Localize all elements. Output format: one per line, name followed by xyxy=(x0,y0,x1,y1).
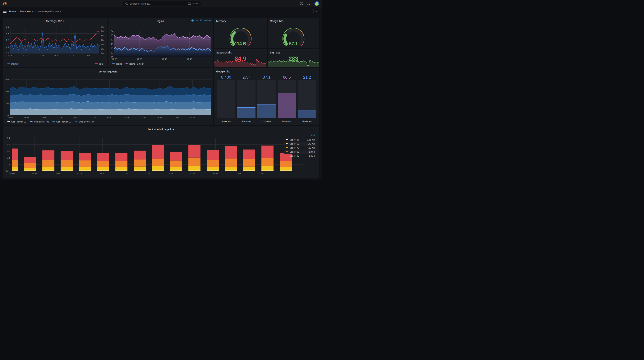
legend-label: upper_75 xyxy=(290,147,302,149)
legend-pill xyxy=(7,121,10,122)
axis-tick: 17:20 xyxy=(107,116,112,119)
search-input[interactable]: Search or jump to... cmd+k xyxy=(123,1,201,6)
legend-pill xyxy=(286,148,288,148)
cpu-series-line xyxy=(10,31,99,44)
axis-tick: 17:45 xyxy=(187,58,192,60)
panel-title[interactable]: Google hits xyxy=(268,18,319,24)
legend-item-upper_50[interactable]: upper_50142 ms xyxy=(284,142,316,146)
bar-gauge-track xyxy=(258,80,276,118)
page-load-legend: avgupper_256.81 msupper_50142 msupper_75… xyxy=(284,134,316,158)
breadcrumb-home[interactable]: Home xyxy=(9,10,16,13)
legend-item-upper_90[interactable]: upper_901.04 s xyxy=(284,150,316,154)
gauge-value: 57.1 xyxy=(268,41,319,46)
legend-item-memory[interactable]: memory xyxy=(7,63,19,65)
axis-tick: 17:35 xyxy=(156,116,162,119)
bar-gauge-track xyxy=(217,80,235,118)
legend-item-web-server-02[interactable]: web_server_02 xyxy=(30,120,49,123)
axis-tick: 17:20 xyxy=(54,54,59,56)
axis-tick: 2 s xyxy=(7,156,10,159)
bar-gauge-category: E-series xyxy=(298,118,316,123)
axis-tick: 17:45 xyxy=(258,172,264,175)
panel-title[interactable]: Google hits xyxy=(214,68,319,74)
axis-tick: 17:10 xyxy=(38,54,44,56)
breadcrumb-dashboards[interactable]: Dashboards xyxy=(20,10,34,13)
panel-title[interactable]: Memory / CPU xyxy=(3,18,106,24)
axis-tick: 3 s xyxy=(7,150,10,152)
logins-chart: 7060504030201017:3017:3517:4017:45 xyxy=(108,24,213,62)
legend-label: web_server_04 xyxy=(79,120,94,123)
help-icon[interactable]: ? xyxy=(300,2,303,5)
chevron-up-icon[interactable] xyxy=(316,10,319,13)
legend-header-avg[interactable]: avg xyxy=(311,134,315,137)
bar-gauge: 0.400A-series27.7B-series37.1C-series66.… xyxy=(214,74,319,125)
bar-gauge-fill xyxy=(237,107,256,118)
search-icon xyxy=(125,2,128,5)
panel-title[interactable]: Sign ups xyxy=(268,50,319,55)
bar-gauge-column-e-series: 21.2E-series xyxy=(298,74,316,123)
bar-gauge-column-b-series: 27.7B-series xyxy=(237,74,256,123)
stat-value: 283 xyxy=(268,56,319,62)
panel-title[interactable]: server requests xyxy=(3,68,213,74)
axis-tick: 17:40 xyxy=(173,116,179,119)
legend-label: cpu xyxy=(99,63,103,65)
user-avatar[interactable] xyxy=(314,1,319,6)
legend-item-web-server-03[interactable]: web_server_03 xyxy=(52,120,72,123)
axis-tick: 17:25 xyxy=(168,172,173,175)
breadcrumb-current-page: Website performance xyxy=(38,10,61,13)
legend-label: web_server_01 xyxy=(11,120,26,123)
axis-tick: 2 B xyxy=(6,46,9,48)
legend-item-cpu[interactable]: cpu xyxy=(95,63,103,65)
panel-title[interactable]: Memory xyxy=(214,18,266,24)
legend-item-upper_75[interactable]: upper_75535 ms xyxy=(284,146,316,150)
bar-gauge-value: 37.1 xyxy=(258,74,276,80)
bar-gauge-fill xyxy=(278,93,296,118)
legend-item-web-server-04[interactable]: web_server_04 xyxy=(75,120,94,123)
grafana-logo[interactable] xyxy=(3,2,7,6)
axis-tick: 17:40 xyxy=(162,58,167,60)
legend-item-logins[interactable]: logins xyxy=(112,63,122,65)
legend-item-logins-1-hour-[interactable]: logins (-1 hour) xyxy=(125,63,144,65)
axis-tick: 50 xyxy=(111,38,113,41)
panel-title[interactable]: client side full page load xyxy=(3,126,319,132)
axis-tick: 50 xyxy=(6,102,8,104)
bar-gauge-track xyxy=(278,80,296,118)
menu-hamburger-icon[interactable] xyxy=(3,10,6,13)
legend-label: web_server_03 xyxy=(56,120,72,123)
legend-pill xyxy=(286,139,288,140)
panel-sign-ups: Sign ups 283 xyxy=(268,49,319,67)
axis-tick: 40 xyxy=(111,43,113,45)
axis-tick: 17:10 xyxy=(74,116,79,119)
legend: web_server_01web_server_02web_server_03w… xyxy=(3,120,213,125)
bar-gauge-category: D-series xyxy=(278,118,296,123)
panel-support-calls: Support calls 84.9 xyxy=(214,49,267,67)
legend-label: upper_50 xyxy=(290,142,302,145)
panel-time-override[interactable]: Last 20 minutes xyxy=(191,19,211,22)
bar-gauge-value: 0.400 xyxy=(217,74,235,80)
axis-tick: 17:10 xyxy=(100,172,105,175)
legend-label: web_server_02 xyxy=(34,120,49,123)
bar-gauge-value: 21.2 xyxy=(298,74,316,80)
axis-tick: 17:30 xyxy=(69,54,74,56)
axis-tick: 17:45 xyxy=(190,116,195,119)
axis-tick: 1% xyxy=(100,48,104,50)
news-rss-icon[interactable] xyxy=(307,2,310,5)
keyboard-icon xyxy=(188,2,191,5)
legend-avg-value: 6.81 ms xyxy=(307,138,315,141)
legend-label: memory xyxy=(11,63,19,65)
legend-item-upper_25[interactable]: upper_256.81 ms xyxy=(284,138,316,142)
legend-avg-value: 1.04 s xyxy=(309,151,315,153)
legend-item-web-server-01[interactable]: web_server_01 xyxy=(7,120,26,123)
axis-tick: 16:55 xyxy=(32,172,37,175)
top-nav-icons: ? xyxy=(300,1,319,6)
page-load-chart: 5 s4 s3 s2 s1 s0 ms16:5016:5517:0017:051… xyxy=(3,132,319,178)
breadcrumb-bar: Home › Dashboards › Website performance xyxy=(0,7,322,15)
axis-tick: 3% xyxy=(100,39,104,41)
panel-title[interactable]: Support calls xyxy=(214,50,266,55)
axis-tick: 0 xyxy=(8,114,8,116)
axis-tick: 2% xyxy=(100,43,104,46)
axis-tick: 4 s xyxy=(7,144,10,146)
panel-google-hits-bars: Google hits 0.400A-series27.7B-series37.… xyxy=(214,68,319,125)
search-shortcut: cmd+k xyxy=(188,2,199,5)
panel-page-load: client side full page load 5 s4 s3 s2 s1… xyxy=(3,126,319,178)
legend-item-upper_95[interactable]: upper_951.46 s xyxy=(284,154,316,158)
